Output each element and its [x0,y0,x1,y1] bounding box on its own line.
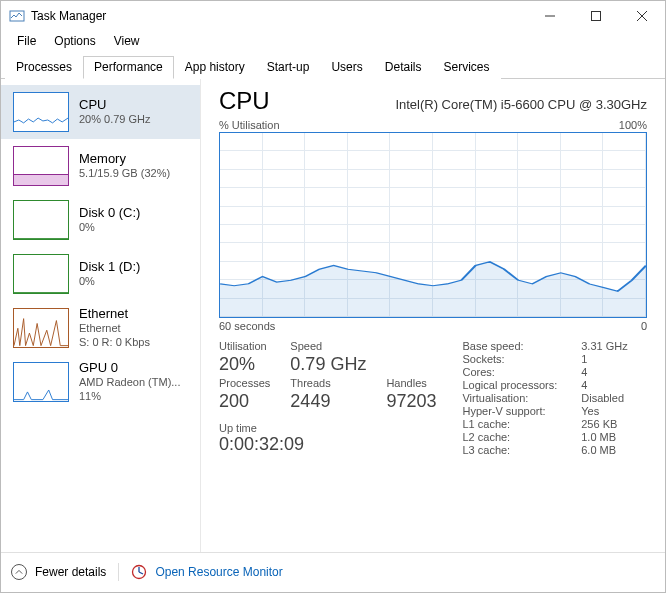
chart-xmin: 0 [641,320,647,332]
sidebar-item-disk1[interactable]: Disk 1 (D:) 0% [1,247,200,301]
sidebar-disk1-title: Disk 1 (D:) [79,259,140,275]
tab-performance[interactable]: Performance [83,56,174,79]
close-button[interactable] [619,1,665,31]
label-logical-processors: Logical processors: [462,379,557,391]
menu-file[interactable]: File [9,32,44,50]
tab-strip: Processes Performance App history Start-… [1,55,665,79]
label-threads: Threads [290,377,366,389]
value-processes: 200 [219,391,270,412]
minimize-button[interactable] [527,1,573,31]
label-handles: Handles [386,377,436,389]
sidebar-gpu-title: GPU 0 [79,360,180,376]
tab-startup[interactable]: Start-up [256,56,321,79]
label-l3-cache: L3 cache: [462,444,557,456]
sidebar-disk0-title: Disk 0 (C:) [79,205,140,221]
value-uptime: 0:00:32:09 [219,434,436,455]
sidebar-item-memory[interactable]: Memory 5.1/15.9 GB (32%) [1,139,200,193]
tab-app-history[interactable]: App history [174,56,256,79]
sidebar-mem-sub: 5.1/15.9 GB (32%) [79,167,170,181]
svg-marker-7 [220,262,646,317]
value-cores: 4 [581,366,627,378]
sidebar-eth-sub2: S: 0 R: 0 Kbps [79,336,150,350]
label-uptime: Up time [219,422,436,434]
ethernet-thumb-icon [13,308,69,348]
app-icon [9,8,25,24]
chart-ylabel: % Utilisation [219,119,280,131]
label-virtualisation: Virtualisation: [462,392,557,404]
tab-details[interactable]: Details [374,56,433,79]
value-base-speed: 3.31 GHz [581,340,627,352]
label-l2-cache: L2 cache: [462,431,557,443]
sidebar-item-ethernet[interactable]: Ethernet Ethernet S: 0 R: 0 Kbps [1,301,200,355]
menu-view[interactable]: View [106,32,148,50]
page-title: CPU [219,87,270,115]
label-sockets: Sockets: [462,353,557,365]
titlebar: Task Manager [1,1,665,31]
sidebar-item-disk0[interactable]: Disk 0 (C:) 0% [1,193,200,247]
chart-xlabel: 60 seconds [219,320,275,332]
label-utilisation: Utilisation [219,340,270,352]
content: CPU 20% 0.79 GHz Memory 5.1/15.9 GB (32%… [1,79,665,552]
sidebar-item-gpu[interactable]: GPU 0 AMD Radeon (TM)... 11% [1,355,200,409]
sidebar-disk0-sub: 0% [79,221,140,235]
disk0-thumb-icon [13,200,69,240]
label-processes: Processes [219,377,270,389]
svg-rect-2 [592,12,601,21]
gpu-thumb-icon [13,362,69,402]
value-hyperv: Yes [581,405,627,417]
disk1-thumb-icon [13,254,69,294]
sidebar-cpu-sub: 20% 0.79 GHz [79,113,151,127]
label-cores: Cores: [462,366,557,378]
value-handles: 97203 [386,391,436,412]
value-l1-cache: 256 KB [581,418,627,430]
cpu-chart[interactable] [219,132,647,318]
chevron-up-icon[interactable] [11,564,27,580]
menubar: File Options View [1,31,665,51]
value-logical-processors: 4 [581,379,627,391]
memory-thumb-icon [13,146,69,186]
sidebar-disk1-sub: 0% [79,275,140,289]
value-threads: 2449 [290,391,366,412]
footer: Fewer details Open Resource Monitor [1,552,665,590]
menu-options[interactable]: Options [46,32,103,50]
value-l2-cache: 1.0 MB [581,431,627,443]
value-speed: 0.79 GHz [290,354,366,375]
label-hyperv: Hyper-V support: [462,405,557,417]
cpu-model: Intel(R) Core(TM) i5-6600 CPU @ 3.30GHz [395,97,647,112]
tab-users[interactable]: Users [320,56,373,79]
sidebar-gpu-sub2: 11% [79,390,180,404]
value-l3-cache: 6.0 MB [581,444,627,456]
sidebar-gpu-sub: AMD Radeon (TM)... [79,376,180,390]
sidebar-item-cpu[interactable]: CPU 20% 0.79 GHz [1,85,200,139]
cpu-thumb-icon [13,92,69,132]
open-resource-monitor-link[interactable]: Open Resource Monitor [155,565,282,579]
sidebar-eth-title: Ethernet [79,306,150,322]
value-utilisation: 20% [219,354,270,375]
chart-ymax: 100% [619,119,647,131]
sidebar: CPU 20% 0.79 GHz Memory 5.1/15.9 GB (32%… [1,79,201,552]
value-sockets: 1 [581,353,627,365]
svg-line-10 [139,572,143,574]
window-title: Task Manager [31,9,106,23]
resource-monitor-icon [131,564,147,580]
fewer-details-button[interactable]: Fewer details [35,565,106,579]
maximize-button[interactable] [573,1,619,31]
main-panel: CPU Intel(R) Core(TM) i5-6600 CPU @ 3.30… [201,79,665,552]
tab-services[interactable]: Services [432,56,500,79]
tab-processes[interactable]: Processes [5,56,83,79]
label-l1-cache: L1 cache: [462,418,557,430]
label-base-speed: Base speed: [462,340,557,352]
sidebar-mem-title: Memory [79,151,170,167]
value-virtualisation: Disabled [581,392,627,404]
sidebar-eth-sub: Ethernet [79,322,150,336]
sidebar-cpu-title: CPU [79,97,151,113]
label-speed: Speed [290,340,366,352]
